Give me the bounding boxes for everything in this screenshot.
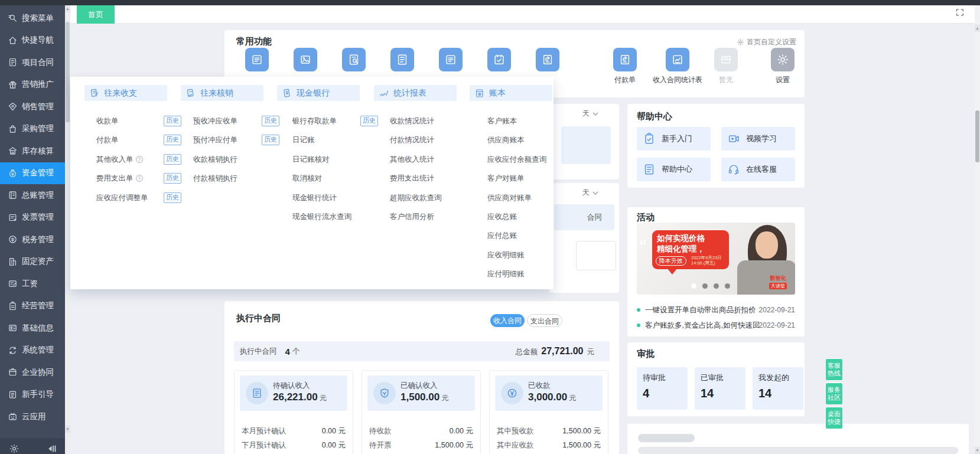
- period-dropdown[interactable]: 天: [582, 109, 598, 119]
- scroll-up-icon[interactable]: ▲: [975, 25, 980, 32]
- scroll-down-icon[interactable]: ▼: [65, 426, 70, 433]
- feature-gear-icon[interactable]: [771, 48, 795, 71]
- menu-item[interactable]: 供应商账本: [487, 133, 525, 147]
- menu-item[interactable]: 客户账本: [487, 114, 517, 128]
- expense-contract-toggle[interactable]: 支出合同: [527, 314, 562, 327]
- scrollbar-thumb[interactable]: [975, 110, 979, 162]
- menu-item[interactable]: 付款核销执行: [193, 171, 237, 185]
- menu-item[interactable]: 现金银行流水查询: [292, 210, 351, 224]
- scroll-up-icon[interactable]: ▲: [65, 5, 70, 12]
- income-contract-toggle[interactable]: 收入合同: [490, 314, 525, 327]
- menu-item[interactable]: 其他收入统计: [390, 152, 434, 166]
- menu-item[interactable]: 付款情况统计: [390, 133, 434, 147]
- feature-chart-doc-icon[interactable]: [666, 48, 689, 71]
- float-button-1[interactable]: 服务社区: [825, 383, 843, 405]
- sidebar-item-inventory[interactable]: 库存核算: [0, 140, 65, 162]
- feature-calc-search-icon[interactable]: [342, 48, 366, 71]
- collapse-sidebar-icon[interactable]: [47, 443, 58, 454]
- scrollbar-thumb[interactable]: [66, 22, 70, 122]
- sidebar-item-fixed-assets[interactable]: 固定资产: [0, 251, 65, 273]
- menu-item[interactable]: 取消核对: [292, 171, 322, 185]
- approval-box[interactable]: 已审批14: [695, 367, 745, 410]
- sidebar-item-search-menu[interactable]: 搜索菜单: [0, 7, 65, 30]
- sidebar-scrollbar[interactable]: ▲ ▼: [65, 5, 70, 454]
- sidebar-item-general-ledger[interactable]: 总账管理: [0, 184, 65, 207]
- history-badge[interactable]: 历史: [164, 192, 181, 203]
- float-button-0[interactable]: 客服热线: [825, 358, 843, 381]
- menu-item[interactable]: 超期应收款查询: [390, 191, 442, 205]
- menu-item[interactable]: 收款单: [96, 114, 119, 128]
- sidebar-item-tax[interactable]: 税务管理: [0, 228, 65, 251]
- history-badge[interactable]: 历史: [164, 173, 181, 184]
- approval-box[interactable]: 待审批4: [637, 367, 688, 410]
- feature-check-board-icon[interactable]: [487, 48, 511, 71]
- history-badge[interactable]: 历史: [360, 116, 378, 126]
- approval-box[interactable]: 我发起的14: [753, 367, 803, 410]
- main-scrollbar[interactable]: ▲ ▼: [975, 5, 980, 454]
- menu-item[interactable]: 日记账: [292, 133, 315, 147]
- float-button-2[interactable]: 桌面快捷: [825, 407, 843, 429]
- news-item[interactable]: 一键设置开单自动带出商品折扣价！2022-09-21: [637, 303, 795, 317]
- menu-item[interactable]: 日记账核对: [292, 152, 330, 166]
- help-button-clipboard-check[interactable]: 新手入门: [637, 127, 711, 151]
- menu-item[interactable]: 应付明细账: [487, 267, 525, 281]
- scroll-down-icon[interactable]: ▼: [975, 447, 980, 454]
- menu-item[interactable]: 应收应付余额查询: [487, 152, 546, 166]
- sidebar-item-salary[interactable]: 工资: [0, 273, 65, 295]
- menu-item[interactable]: 费用支出单?: [96, 171, 143, 185]
- help-button-doc-lines[interactable]: 帮助中心: [637, 158, 711, 181]
- feature-card-arrow-icon[interactable]: [536, 48, 559, 71]
- feature-card-arrow-icon[interactable]: [613, 48, 637, 71]
- sidebar-item-purchase[interactable]: 采购管理: [0, 118, 65, 141]
- sidebar-item-base-info[interactable]: 基础信息: [0, 317, 65, 339]
- sidebar-item-quick-nav[interactable]: 快捷导航: [0, 30, 65, 52]
- tab-home[interactable]: 首页: [77, 5, 115, 24]
- homepage-customize-button[interactable]: 首页自定义设置: [737, 37, 796, 47]
- menu-item[interactable]: 供应商对账单: [487, 191, 532, 205]
- menu-item[interactable]: 应付总账: [487, 228, 517, 243]
- sidebar-item-project-contract[interactable]: 项目合同: [0, 51, 65, 74]
- menu-item[interactable]: 应收明细账: [487, 248, 525, 262]
- history-badge[interactable]: 历史: [262, 135, 279, 145]
- history-badge[interactable]: 历史: [262, 116, 279, 126]
- feature-list-icon[interactable]: [245, 48, 269, 71]
- help-button-video[interactable]: 视频学习: [721, 127, 795, 151]
- news-item[interactable]: 客户账款多,资金占比高,如何快速回款！2022-09-21: [637, 318, 795, 332]
- period-dropdown[interactable]: 天: [582, 188, 598, 198]
- promo-banner[interactable]: “ 如何实现价格 精细化管理， 降本升效 2022年9月23日14:00 (周五…: [637, 223, 795, 295]
- menu-item[interactable]: 费用支出统计: [390, 171, 434, 185]
- fullscreen-icon[interactable]: [955, 8, 965, 17]
- menu-item[interactable]: 银行存取款单: [292, 114, 337, 128]
- sidebar-item-cloud-app[interactable]: 云应用: [0, 406, 65, 428]
- sidebar-item-marketing[interactable]: 营销推广: [0, 74, 65, 96]
- sidebar-item-collaboration[interactable]: 企业协同: [0, 361, 65, 384]
- menu-item[interactable]: 预收冲应收单: [193, 114, 237, 128]
- feature-image-icon[interactable]: [294, 48, 317, 71]
- menu-item[interactable]: 应收总账: [487, 210, 517, 224]
- menu-item[interactable]: 现金银行统计: [292, 191, 337, 205]
- menu-item[interactable]: 应收应付调整单: [96, 191, 148, 205]
- sidebar-item-system[interactable]: 系统管理: [0, 339, 65, 362]
- menu-item[interactable]: 预付冲应付单: [193, 133, 237, 147]
- history-badge[interactable]: 历史: [164, 116, 181, 126]
- sidebar-item-operations[interactable]: 经营管理: [0, 295, 65, 318]
- history-badge[interactable]: 历史: [164, 135, 181, 145]
- menu-item[interactable]: 客户对账单: [487, 171, 525, 185]
- help-button-headset[interactable]: 在线客服: [721, 158, 795, 181]
- menu-item[interactable]: 收款核销执行: [193, 152, 237, 166]
- menu-item[interactable]: 其他收入单?: [96, 152, 143, 166]
- feature-doc-lines-icon[interactable]: [390, 48, 414, 71]
- menu-item[interactable]: 客户信用分析: [390, 210, 434, 224]
- sidebar-item-funds[interactable]: 资金管理: [0, 162, 65, 185]
- settings-gear-icon[interactable]: [9, 443, 19, 454]
- carousel-dots[interactable]: [691, 283, 730, 289]
- sidebar-item-sales[interactable]: 销售管理: [0, 96, 65, 118]
- sidebar-item-invoice[interactable]: 发票管理: [0, 207, 65, 229]
- feature-list-icon[interactable]: [439, 48, 463, 71]
- help-icon[interactable]: ?: [136, 156, 143, 163]
- help-icon[interactable]: ?: [136, 175, 143, 182]
- sidebar-item-newbie-guide[interactable]: 新手引导: [0, 384, 65, 406]
- menu-item[interactable]: 付款单: [96, 133, 119, 147]
- menu-item[interactable]: 收款情况统计: [390, 114, 434, 128]
- history-badge[interactable]: 历史: [164, 154, 181, 165]
